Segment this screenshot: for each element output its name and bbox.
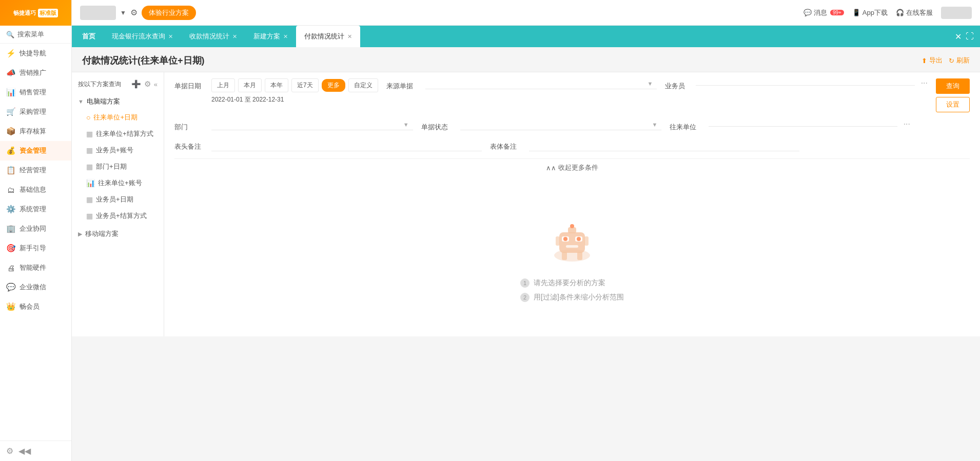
last-7days-btn[interactable]: 近7天 xyxy=(291,78,319,92)
add-scheme-icon[interactable]: ➕ xyxy=(131,79,141,89)
table-body-note-label: 表体备注 xyxy=(490,139,521,151)
more-btn[interactable]: 更多 xyxy=(322,79,345,92)
user-avatar[interactable] xyxy=(941,7,972,19)
trial-button[interactable]: 体验行业方案 xyxy=(142,6,196,20)
tab-close-receipt-stats[interactable]: ✕ xyxy=(232,33,237,40)
filter-row-dept: 部门 ▼ 单据状态 ▼ 往来单位 xyxy=(174,119,970,132)
last-month-btn[interactable]: 上月 xyxy=(211,78,235,92)
collapse-button[interactable]: ∧∧ 收起更多条件 xyxy=(174,158,970,176)
settings-button[interactable]: 设置 xyxy=(936,97,970,112)
counterpart-input[interactable] xyxy=(709,122,897,127)
collapse-scheme-icon[interactable]: « xyxy=(154,81,158,88)
refresh-button[interactable]: ↻ 刷新 xyxy=(949,56,970,65)
empty-robot-icon xyxy=(546,217,598,268)
scheme-header: 按以下方案查询 ➕ ⚙ « xyxy=(72,76,164,92)
main-body: 按以下方案查询 ➕ ⚙ « ▼ 电脑端方案 ○往来单位+日期▦往来单位+结算方式… xyxy=(72,72,980,336)
settings-scheme-icon[interactable]: ⚙ xyxy=(144,79,151,89)
tab-close-payment-stats[interactable]: ✕ xyxy=(347,33,352,40)
system-icon: ⚙️ xyxy=(6,205,15,214)
scheme-item-4[interactable]: 📊往来单位+账号 xyxy=(72,175,164,191)
sidebar-search[interactable]: 🔍 搜索菜单 xyxy=(0,26,71,44)
tab-label-new-scheme: 新建方案 xyxy=(253,32,280,41)
app-download-item[interactable]: 📱 App下载 xyxy=(852,8,888,17)
notification-icon: 💬 xyxy=(803,9,812,16)
purchase-label: 采购管理 xyxy=(19,107,46,116)
sidebar-item-capital[interactable]: 💰资金管理 xyxy=(0,141,71,161)
sidebar-item-inventory[interactable]: 📦库存核算 xyxy=(0,122,71,141)
collapse-icon: ∧∧ xyxy=(546,164,556,172)
group-pc-label: 电脑端方案 xyxy=(87,97,120,106)
topbar-dropdown-icon[interactable]: ▼ xyxy=(120,9,126,16)
table-body-note-input[interactable] xyxy=(529,139,799,151)
scheme-item-2[interactable]: ▦业务员+账号 xyxy=(72,142,164,158)
tab-home[interactable]: 首页 xyxy=(74,26,104,47)
date-buttons: 上月 本月 本年 近7天 更多 自定义 xyxy=(211,78,378,92)
scheme-item-3[interactable]: ▦部门+日期 xyxy=(72,158,164,175)
sidebar-item-guide[interactable]: 🎯新手引导 xyxy=(0,238,71,258)
topbar-gear-icon[interactable]: ⚙ xyxy=(130,8,138,17)
page-header-actions: ⬆ 导出 ↻ 刷新 xyxy=(922,56,970,65)
basic-icon: 🗂 xyxy=(6,185,15,194)
sidebar-item-system[interactable]: ⚙️系统管理 xyxy=(0,199,71,219)
sidebar-item-marketing[interactable]: 📣营销推广 xyxy=(0,63,71,83)
tab-close-bank-flow[interactable]: ✕ xyxy=(168,33,173,40)
settings-bottom-icon[interactable]: ⚙ xyxy=(6,446,13,456)
salesman-input[interactable] xyxy=(696,81,914,86)
tab-receipt-stats[interactable]: 收款情况统计✕ xyxy=(181,26,245,47)
collapse-sidebar-icon[interactable]: ◀◀ xyxy=(18,446,31,456)
counterpart-more-icon[interactable]: ··· xyxy=(904,119,910,129)
sidebar-item-purchase[interactable]: 🛒采购管理 xyxy=(0,102,71,122)
tab-payment-stats[interactable]: 付款情况统计✕ xyxy=(296,26,360,47)
salesman-more-icon[interactable]: ··· xyxy=(921,78,928,88)
sidebar-item-wechat[interactable]: 💬企业微信 xyxy=(0,277,71,297)
scheme-group-mobile[interactable]: ▶ 移动端方案 xyxy=(72,226,164,242)
basic-label: 基础信息 xyxy=(19,185,46,194)
tabs-bar: 首页现金银行流水查询✕收款情况统计✕新建方案✕付款情况统计✕ ✕ ⛶ xyxy=(72,26,980,47)
close-all-tabs-icon[interactable]: ✕ xyxy=(955,32,962,42)
sidebar-item-sales[interactable]: 📊销售管理 xyxy=(0,83,71,102)
query-button[interactable]: 查询 xyxy=(936,78,970,94)
scheme-item-1[interactable]: ▦往来单位+结算方式 xyxy=(72,126,164,142)
topbar: ▼ ⚙ 体验行业方案 💬 消息 99+ 📱 App下载 🎧 在线客服 xyxy=(72,0,980,26)
empty-tip-2: 2 用[过滤]条件来缩小分析范围 xyxy=(520,293,624,302)
scheme-group-pc-title[interactable]: ▼ 电脑端方案 xyxy=(72,94,164,109)
topbar-avatar xyxy=(80,6,116,20)
action-buttons: 查询 设置 xyxy=(936,78,970,112)
this-year-btn[interactable]: 本年 xyxy=(265,78,288,92)
scheme-item-5[interactable]: ▦业务员+日期 xyxy=(72,191,164,208)
sidebar-item-quick-nav[interactable]: ⚡快捷导航 xyxy=(0,44,71,63)
sidebar: 畅捷通巧 标准版 🔍 搜索菜单 ⚡快捷导航📣营销推广📊销售管理🛒采购管理📦库存核… xyxy=(0,0,72,461)
source-voucher-dropdown[interactable]: ▼ xyxy=(425,78,657,89)
dept-col: ▼ xyxy=(211,119,413,130)
svg-point-8 xyxy=(570,224,574,228)
sidebar-item-hardware[interactable]: 🖨智能硬件 xyxy=(0,258,71,277)
svg-rect-6 xyxy=(566,245,578,248)
sidebar-item-enterprise[interactable]: 🏢企业协同 xyxy=(0,219,71,238)
voucher-status-dropdown[interactable]: ▼ xyxy=(460,119,662,130)
sidebar-item-business[interactable]: 📋经营管理 xyxy=(0,161,71,180)
source-voucher-arrow: ▼ xyxy=(647,81,653,87)
expand-tabs-icon[interactable]: ⛶ xyxy=(966,32,974,41)
table-header-note-input[interactable] xyxy=(211,139,482,151)
scheme-item-6[interactable]: ▦业务员+结算方式 xyxy=(72,208,164,224)
scheme-item-label-3: 部门+日期 xyxy=(96,162,127,171)
capital-icon: 💰 xyxy=(6,146,15,155)
dept-label: 部门 xyxy=(174,119,203,132)
this-month-btn[interactable]: 本月 xyxy=(238,78,262,92)
export-button[interactable]: ⬆ 导出 xyxy=(922,56,943,65)
empty-tips: 1 请先选择要分析的方案 2 用[过滤]条件来缩小分析范围 xyxy=(520,278,624,302)
search-label: 搜索菜单 xyxy=(17,30,44,39)
dept-dropdown[interactable]: ▼ xyxy=(211,119,413,130)
sidebar-item-basic[interactable]: 🗂基础信息 xyxy=(0,180,71,199)
sidebar-item-member[interactable]: 👑畅会员 xyxy=(0,297,71,316)
tab-new-scheme[interactable]: 新建方案✕ xyxy=(245,26,296,47)
sidebar-bottom: ⚙ ◀◀ xyxy=(0,440,71,461)
wechat-label: 企业微信 xyxy=(19,283,46,292)
tab-bank-flow[interactable]: 现金银行流水查询✕ xyxy=(104,26,181,47)
notification-item[interactable]: 💬 消息 99+ xyxy=(803,8,844,17)
custom-btn[interactable]: 自定义 xyxy=(348,78,378,92)
member-label: 畅会员 xyxy=(19,302,40,311)
tab-close-new-scheme[interactable]: ✕ xyxy=(283,33,288,40)
scheme-item-0[interactable]: ○往来单位+日期 xyxy=(72,109,164,126)
online-service-item[interactable]: 🎧 在线客服 xyxy=(896,8,933,17)
